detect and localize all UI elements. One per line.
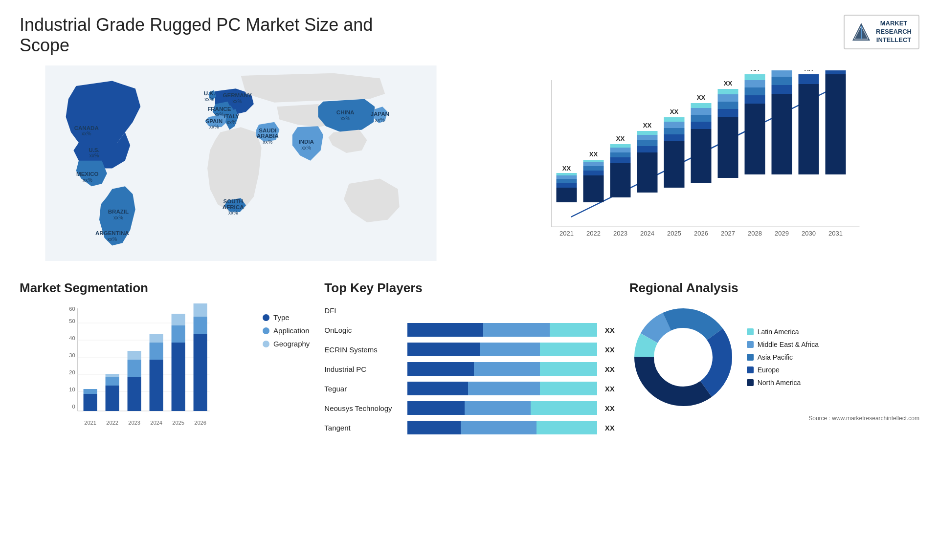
svg-text:2023: 2023 bbox=[128, 420, 140, 426]
svg-rect-144 bbox=[194, 317, 207, 334]
svg-rect-68 bbox=[664, 141, 685, 188]
svg-rect-107 bbox=[826, 70, 846, 74]
svg-text:FRANCE: FRANCE bbox=[207, 106, 231, 112]
key-players-section: Top Key Players DFI OnLogic XX ECRIN S bbox=[324, 276, 614, 439]
svg-text:2030: 2030 bbox=[802, 230, 816, 237]
legend-latin-america: Latin America bbox=[747, 328, 819, 336]
svg-text:XX: XX bbox=[697, 94, 706, 101]
svg-text:SAUDI: SAUDI bbox=[259, 128, 276, 133]
svg-text:XX: XX bbox=[724, 80, 733, 87]
svg-text:2021: 2021 bbox=[559, 230, 574, 237]
svg-text:60: 60 bbox=[69, 306, 75, 312]
svg-rect-43 bbox=[557, 175, 577, 179]
players-list: DFI OnLogic XX ECRIN Systems bbox=[324, 303, 614, 434]
svg-rect-58 bbox=[610, 144, 631, 148]
svg-text:20: 20 bbox=[69, 369, 75, 375]
segmentation-legend: Type Application Geography bbox=[263, 303, 310, 348]
svg-text:2027: 2027 bbox=[721, 230, 735, 237]
svg-text:ARABIA: ARABIA bbox=[257, 133, 279, 139]
svg-text:U.K.: U.K. bbox=[204, 90, 215, 96]
svg-rect-71 bbox=[664, 122, 685, 128]
svg-rect-127 bbox=[106, 386, 119, 411]
svg-text:GERMANY: GERMANY bbox=[223, 92, 252, 98]
svg-rect-91 bbox=[745, 87, 765, 95]
svg-rect-85 bbox=[718, 94, 738, 102]
svg-text:2029: 2029 bbox=[775, 230, 789, 237]
legend-north-america: North America bbox=[747, 379, 819, 387]
svg-text:0: 0 bbox=[72, 404, 75, 409]
legend-application: Application bbox=[263, 326, 310, 335]
legend-europe: Europe bbox=[747, 366, 819, 374]
svg-text:CANADA: CANADA bbox=[74, 125, 99, 131]
svg-text:10: 10 bbox=[69, 387, 75, 392]
svg-text:2023: 2023 bbox=[613, 230, 627, 237]
svg-rect-55 bbox=[610, 157, 631, 163]
svg-text:U.S.: U.S. bbox=[89, 147, 100, 153]
svg-text:xx%: xx% bbox=[82, 130, 91, 136]
svg-rect-77 bbox=[691, 115, 712, 122]
svg-text:40: 40 bbox=[69, 335, 75, 341]
svg-rect-103 bbox=[799, 74, 819, 84]
svg-rect-90 bbox=[745, 95, 765, 104]
legend-dot-geography bbox=[263, 341, 269, 347]
svg-rect-141 bbox=[172, 314, 185, 325]
segmentation-chart-svg: 0 10 20 30 40 50 60 bbox=[20, 303, 253, 431]
svg-text:xx%: xx% bbox=[232, 98, 242, 104]
svg-text:xx%: xx% bbox=[227, 119, 237, 125]
svg-rect-143 bbox=[194, 334, 207, 411]
svg-rect-140 bbox=[172, 325, 185, 343]
player-row-onlogic: OnLogic XX bbox=[324, 323, 614, 337]
svg-text:2021: 2021 bbox=[84, 420, 96, 426]
donut-chart bbox=[629, 303, 737, 411]
svg-text:30: 30 bbox=[69, 352, 75, 358]
svg-point-152 bbox=[656, 330, 710, 384]
regional-wrapper: Latin America Middle East & Africa Asia … bbox=[629, 303, 919, 411]
legend-geography: Geography bbox=[263, 340, 310, 348]
svg-rect-128 bbox=[106, 377, 119, 386]
legend-dot-application bbox=[263, 327, 269, 334]
svg-rect-76 bbox=[691, 122, 712, 129]
svg-text:2025: 2025 bbox=[667, 230, 681, 237]
svg-text:SPAIN: SPAIN bbox=[206, 118, 223, 124]
svg-rect-41 bbox=[557, 183, 577, 188]
svg-rect-51 bbox=[583, 160, 604, 162]
svg-rect-62 bbox=[637, 146, 658, 152]
svg-text:XX: XX bbox=[670, 108, 679, 115]
legend-middle-east-africa: Middle East & Africa bbox=[747, 341, 819, 348]
svg-rect-136 bbox=[150, 343, 163, 360]
svg-text:xx%: xx% bbox=[214, 111, 224, 117]
svg-rect-93 bbox=[745, 74, 765, 80]
svg-text:xx%: xx% bbox=[301, 145, 311, 151]
svg-text:ITALY: ITALY bbox=[224, 113, 240, 119]
svg-rect-102 bbox=[799, 84, 819, 174]
svg-rect-40 bbox=[557, 188, 577, 202]
page-header: Industrial Grade Rugged PC Market Size a… bbox=[20, 15, 919, 56]
svg-rect-96 bbox=[772, 94, 792, 174]
svg-rect-72 bbox=[664, 117, 685, 122]
svg-text:50: 50 bbox=[69, 318, 75, 324]
player-row-neousys: Neousys Technology XX bbox=[324, 401, 614, 415]
svg-rect-78 bbox=[691, 108, 712, 115]
player-row-teguar: Teguar XX bbox=[324, 382, 614, 395]
world-map-svg: CANADA xx% U.S. xx% MEXICO xx% BRAZIL xx… bbox=[20, 65, 462, 261]
source-text: Source : www.marketresearchintellect.com bbox=[629, 415, 919, 422]
svg-rect-61 bbox=[637, 152, 658, 193]
svg-text:XX: XX bbox=[562, 165, 571, 172]
svg-rect-57 bbox=[610, 148, 631, 152]
svg-rect-70 bbox=[664, 128, 685, 134]
legend-asia-pacific: Asia Pacific bbox=[747, 353, 819, 361]
svg-rect-83 bbox=[718, 109, 738, 117]
svg-text:xx%: xx% bbox=[204, 96, 214, 102]
svg-text:xx%: xx% bbox=[113, 215, 123, 220]
svg-rect-84 bbox=[718, 102, 738, 109]
legend-dot-type bbox=[263, 314, 269, 321]
svg-rect-86 bbox=[718, 89, 738, 94]
svg-text:JAPAN: JAPAN bbox=[371, 111, 389, 117]
svg-text:2022: 2022 bbox=[106, 420, 118, 426]
svg-rect-42 bbox=[557, 179, 577, 183]
svg-rect-139 bbox=[172, 343, 185, 411]
legend-type: Type bbox=[263, 313, 310, 322]
player-row-industrial-pc: Industrial PC XX bbox=[324, 362, 614, 376]
svg-text:2028: 2028 bbox=[748, 230, 762, 237]
svg-rect-97 bbox=[772, 85, 792, 94]
